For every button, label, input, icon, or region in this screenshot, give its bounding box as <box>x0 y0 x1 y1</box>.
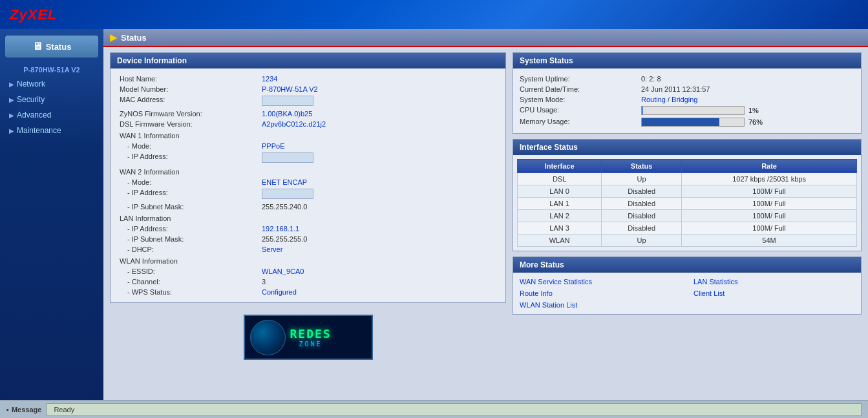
cpu-percent-label: 1% <box>748 107 759 114</box>
wlan-station-link[interactable]: WLAN Station List <box>520 300 681 310</box>
message-bullet-icon: ▪ <box>6 406 9 413</box>
device-info-table: Host Name: 1234 Model Number: P-870HW-51… <box>117 74 499 297</box>
image-area: REDES ZONE <box>110 308 506 366</box>
sidebar: 🖥 Status P-870HW-51A V2 ▶ Network ▶ Secu… <box>0 29 103 418</box>
bridging-link[interactable]: Bridging <box>672 96 697 103</box>
page-title-bar: ▶ Status <box>103 29 868 47</box>
table-row: LAN 0Disabled100M/ Full <box>518 185 857 198</box>
client-list-link[interactable]: Client List <box>693 288 854 298</box>
wan-service-stats-link[interactable]: WAN Service Statistics <box>520 277 681 287</box>
col-interface: Interface <box>518 160 602 173</box>
date-row: Current Date/Time: 24 Jun 2011 12:31:57 <box>520 84 854 94</box>
more-status-grid: WAN Service Statistics LAN Statistics Ro… <box>513 273 861 314</box>
table-row: MAC Address: <box>117 94 499 109</box>
sidebar-item-maintenance[interactable]: ▶ Maintenance <box>0 123 103 138</box>
wan1-ip-display <box>262 152 313 163</box>
advanced-arrow-icon: ▶ <box>9 112 14 119</box>
table-row: LAN 2Disabled100M/ Full <box>518 210 857 222</box>
interface-status-content: Interface Status Rate DSLUp1027 kbps /25… <box>513 155 861 251</box>
table-row: - IP Address: <box>117 187 499 202</box>
mac-address-display <box>262 96 313 106</box>
table-row: WLAN Information <box>117 255 499 266</box>
table-row: - WPS Status: Configured <box>117 287 499 297</box>
wan2-mode-link[interactable]: ENET ENCAP <box>262 178 307 186</box>
right-column: System Status System Uptime: 0: 2: 8 Cur… <box>513 52 862 407</box>
table-header-row: Interface Status Rate <box>518 160 857 173</box>
sidebar-item-label: Network <box>17 79 45 89</box>
table-row: WAN 2 Information <box>117 165 499 177</box>
globe-image: REDES ZONE <box>244 315 373 360</box>
table-row: LAN 3Disabled100M/ Full <box>518 222 857 235</box>
sidebar-item-advanced[interactable]: ▶ Advanced <box>0 107 103 123</box>
table-row: - IP Address: <box>117 151 499 165</box>
message-value: Ready <box>47 403 862 416</box>
header: ZyXEL <box>0 0 868 29</box>
cpu-progress-bar <box>641 106 745 115</box>
memory-row: Memory Usage: 76% <box>520 116 854 128</box>
status-nav-button[interactable]: 🖥 Status <box>5 36 98 57</box>
sidebar-item-label: Security <box>17 95 45 104</box>
table-row: LAN 1Disabled100M/ Full <box>518 198 857 210</box>
table-row: - ESSID: WLAN_9CA0 <box>117 266 499 277</box>
sidebar-item-security[interactable]: ▶ Security <box>0 92 103 107</box>
redes-text: REDES <box>290 327 332 340</box>
content-area: ▶ Status Device Information Host Name: 1… <box>103 29 868 418</box>
memory-progress-fill <box>642 118 719 126</box>
cpu-row: CPU Usage: 1% <box>520 105 854 116</box>
lan-stats-link[interactable]: LAN Statistics <box>693 277 854 287</box>
table-row: Model Number: P-870HW-51A V2 <box>117 84 499 94</box>
interface-status-section: Interface Status Interface Status Rate <box>513 139 862 251</box>
table-row: - IP Subnet Mask: 255.255.240.0 <box>117 202 499 212</box>
table-row: DSL Firmware Version: A2pv6bC012c.d21j2 <box>117 119 499 129</box>
wan1-mode-link[interactable]: PPPoE <box>262 142 284 150</box>
cpu-progress-fill <box>642 107 643 114</box>
table-row: - Mode: PPPoE <box>117 141 499 151</box>
more-status-section: More Status WAN Service Statistics LAN S… <box>513 256 862 315</box>
left-column: Device Information Host Name: 1234 Model… <box>110 52 506 407</box>
col-status: Status <box>602 160 682 173</box>
security-arrow-icon: ▶ <box>9 96 14 103</box>
lan-ip-link[interactable]: 192.168.1.1 <box>262 225 299 233</box>
main-layout: 🖥 Status P-870HW-51A V2 ▶ Network ▶ Secu… <box>0 29 868 418</box>
two-column-layout: Device Information Host Name: 1234 Model… <box>103 47 868 412</box>
device-info-content: Host Name: 1234 Model Number: P-870HW-51… <box>111 68 505 302</box>
logo: ZyXEL <box>10 6 58 23</box>
device-info-header: Device Information <box>111 53 505 68</box>
table-row: - Mode: ENET ENCAP <box>117 177 499 187</box>
cpu-progress-container: 1% <box>641 106 759 115</box>
hostname-link[interactable]: 1234 <box>262 75 277 83</box>
table-row: LAN Information <box>117 212 499 224</box>
system-status-section: System Status System Uptime: 0: 2: 8 Cur… <box>513 52 862 134</box>
table-row: WLANUp54M <box>518 235 857 247</box>
wlan-essid-link[interactable]: WLAN_9CA0 <box>262 267 304 275</box>
computer-icon: 🖥 <box>32 41 43 52</box>
table-row: Host Name: 1234 <box>117 74 499 84</box>
table-row: - IP Subnet Mask: 255.255.255.0 <box>117 234 499 244</box>
maintenance-arrow-icon: ▶ <box>9 127 14 134</box>
table-row: - Channel: 3 <box>117 277 499 287</box>
dhcp-link[interactable]: Server <box>262 246 282 253</box>
table-row: WAN 1 Information <box>117 129 499 141</box>
sidebar-item-label: Maintenance <box>17 126 61 135</box>
device-info-section: Device Information Host Name: 1234 Model… <box>110 52 506 303</box>
table-row: ZyNOS Firmware Version: 1.00(BKA.0)b25 <box>117 109 499 119</box>
title-arrow-icon: ▶ <box>110 32 117 43</box>
system-status-header: System Status <box>513 53 861 68</box>
table-row: - DHCP: Server <box>117 244 499 255</box>
memory-progress-bar <box>641 118 745 127</box>
network-arrow-icon: ▶ <box>9 81 14 88</box>
message-label: ▪ Message <box>6 406 41 413</box>
device-model-label: P-870HW-51A V2 <box>0 61 103 76</box>
col-rate: Rate <box>682 160 857 173</box>
interface-status-header: Interface Status <box>513 140 861 155</box>
sidebar-item-label: Advanced <box>17 110 51 120</box>
routing-link[interactable]: Routing <box>641 96 666 103</box>
dsl-firmware-link[interactable]: A2pv6bC012c.d21j2 <box>262 120 326 128</box>
more-status-header: More Status <box>513 257 861 273</box>
model-link[interactable]: P-870HW-51A V2 <box>262 85 318 93</box>
route-info-link[interactable]: Route Info <box>520 288 681 298</box>
page-title: Status <box>121 33 147 43</box>
zynos-firmware-link[interactable]: 1.00(BKA.0)b25 <box>262 110 312 118</box>
sidebar-item-network[interactable]: ▶ Network <box>0 76 103 92</box>
wps-status-link[interactable]: Configured <box>262 288 297 296</box>
